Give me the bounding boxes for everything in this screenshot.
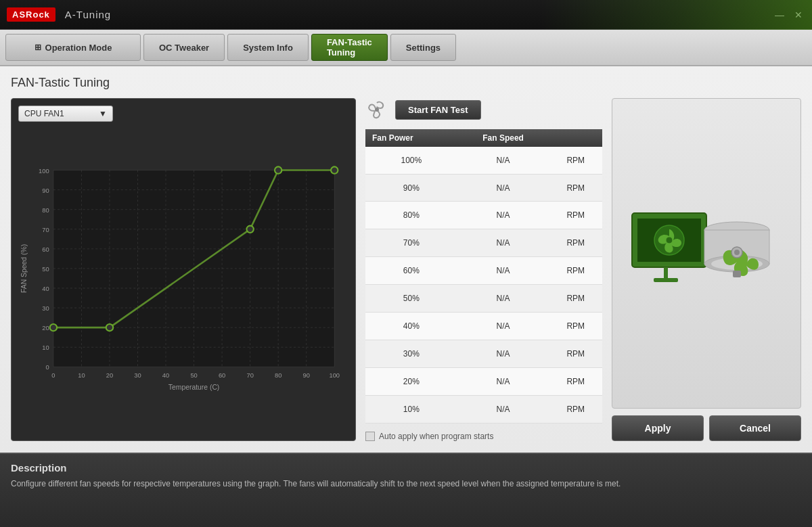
tab-operation-mode-label: Operation Mode [45, 43, 112, 53]
col-header-unit [549, 129, 602, 147]
svg-text:0: 0 [45, 364, 49, 371]
svg-text:10: 10 [78, 372, 85, 379]
minimize-button[interactable]: — [773, 9, 786, 20]
auto-apply-checkbox[interactable] [365, 432, 375, 441]
chart-point[interactable] [331, 166, 338, 173]
start-fan-test-button[interactable]: Start FAN Test [395, 100, 481, 120]
fan-speed-cell: N/A [457, 285, 549, 313]
chart-point[interactable] [275, 166, 281, 173]
main-content: FAN-Tastic Tuning CPU FAN1 ▼ [0, 66, 812, 453]
chevron-down-icon: ▼ [99, 109, 107, 118]
tab-oc-tweaker[interactable]: OC Tweaker [143, 34, 225, 61]
tab-oc-tweaker-label: OC Tweaker [159, 43, 209, 53]
svg-text:60: 60 [42, 246, 49, 253]
svg-text:100: 100 [39, 168, 49, 175]
svg-text:20: 20 [42, 325, 49, 331]
fan-unit-cell: RPM [549, 147, 602, 174]
col-header-fan-power: Fan Power [365, 129, 457, 147]
navbar: ⊞ Operation Mode OC Tweaker System Info … [0, 30, 812, 66]
page-title: FAN-Tastic Tuning [11, 76, 801, 90]
chart-point[interactable] [106, 324, 113, 331]
fan-illustration [612, 98, 801, 409]
cancel-button[interactable]: Cancel [709, 415, 801, 441]
svg-text:30: 30 [134, 372, 141, 379]
fan-power-cell: 60% [365, 257, 457, 285]
svg-text:90: 90 [42, 187, 49, 194]
svg-text:10: 10 [42, 344, 49, 351]
asrock-logo: ASRock [7, 7, 55, 22]
svg-text:FAN Speed (%): FAN Speed (%) [20, 244, 28, 293]
svg-text:0: 0 [51, 372, 55, 379]
svg-text:60: 60 [219, 372, 225, 379]
auto-apply-row: Auto apply when program starts [365, 432, 602, 441]
fan-chart-svg: 0 10 20 30 40 50 60 70 80 90 100 0 10 20… [18, 127, 348, 431]
grid-icon: ⊞ [35, 43, 41, 52]
description-bar: Description Configure different fan spee… [0, 453, 812, 527]
fan-speed-cell: N/A [457, 174, 549, 202]
window-controls: — ✕ [773, 9, 805, 20]
tab-system-info[interactable]: System Info [227, 34, 309, 61]
fan-table-row: 60% N/A RPM [365, 257, 602, 285]
fan-illustration-svg [625, 200, 788, 308]
svg-point-47 [375, 108, 379, 112]
fan-spin-icon [365, 98, 388, 121]
fan-unit-cell: RPM [549, 313, 602, 340]
fan-table-row: 70% N/A RPM [365, 229, 602, 257]
fan-test-row: Start FAN Test [365, 98, 602, 121]
svg-text:90: 90 [303, 372, 310, 379]
fan-power-cell: 10% [365, 396, 457, 423]
tab-settings-label: Settings [406, 43, 441, 53]
svg-rect-53 [654, 278, 678, 282]
svg-point-51 [666, 237, 673, 244]
svg-text:30: 30 [42, 305, 49, 312]
fan-unit-cell: RPM [549, 368, 602, 396]
fan-unit-cell: RPM [549, 285, 602, 313]
fan-unit-cell: RPM [549, 229, 602, 257]
svg-text:50: 50 [190, 372, 197, 379]
svg-text:80: 80 [275, 372, 281, 379]
close-button[interactable]: ✕ [792, 9, 805, 20]
chart-panel: CPU FAN1 ▼ [11, 98, 356, 441]
svg-rect-52 [664, 267, 668, 278]
fan-power-cell: 20% [365, 368, 457, 396]
chart-point[interactable] [246, 226, 253, 233]
fan-speed-cell: N/A [457, 147, 549, 174]
fan-speed-cell: N/A [457, 368, 549, 396]
svg-text:50: 50 [42, 266, 49, 273]
action-buttons: Apply Cancel [612, 415, 801, 441]
svg-text:70: 70 [246, 372, 253, 379]
apply-button[interactable]: Apply [612, 415, 704, 441]
fan-table-row: 40% N/A RPM [365, 313, 602, 340]
svg-text:Temperature (C): Temperature (C) [168, 384, 220, 391]
image-panel: Apply Cancel [612, 98, 801, 441]
fan-unit-cell: RPM [549, 257, 602, 285]
fan-table: Fan Power Fan Speed 100% N/A RPM 90% N/A… [365, 129, 602, 423]
fan-speed-cell: N/A [457, 340, 549, 368]
chart-point[interactable] [50, 324, 57, 331]
fan-power-cell: 80% [365, 202, 457, 229]
chart-container: 0 10 20 30 40 50 60 70 80 90 100 0 10 20… [18, 127, 348, 431]
fan-table-row: 80% N/A RPM [365, 202, 602, 229]
tab-settings[interactable]: Settings [390, 34, 456, 61]
fan-unit-cell: RPM [549, 202, 602, 229]
fan-power-cell: 70% [365, 229, 457, 257]
description-text: Configure different fan speeds for respe… [11, 478, 801, 490]
fan-table-row: 30% N/A RPM [365, 340, 602, 368]
tab-fan-tastic[interactable]: FAN-TasticTuning [311, 34, 388, 61]
fan-dropdown[interactable]: CPU FAN1 ▼ [18, 106, 113, 122]
fan-dropdown-value: CPU FAN1 [24, 109, 64, 118]
titlebar: ASRock A-Tuning — ✕ [0, 0, 812, 30]
fan-speed-cell: N/A [457, 396, 549, 423]
fan-power-cell: 90% [365, 174, 457, 202]
description-title: Description [11, 462, 801, 474]
fan-table-row: 90% N/A RPM [365, 174, 602, 202]
tab-operation-mode[interactable]: ⊞ Operation Mode [5, 34, 141, 61]
fan-speed-cell: N/A [457, 313, 549, 340]
svg-point-59 [734, 250, 740, 255]
svg-text:20: 20 [106, 372, 113, 379]
fan-unit-cell: RPM [549, 174, 602, 202]
auto-apply-label: Auto apply when program starts [379, 432, 493, 441]
svg-text:40: 40 [42, 285, 49, 292]
fan-table-row: 10% N/A RPM [365, 396, 602, 423]
fan-power-cell: 50% [365, 285, 457, 313]
